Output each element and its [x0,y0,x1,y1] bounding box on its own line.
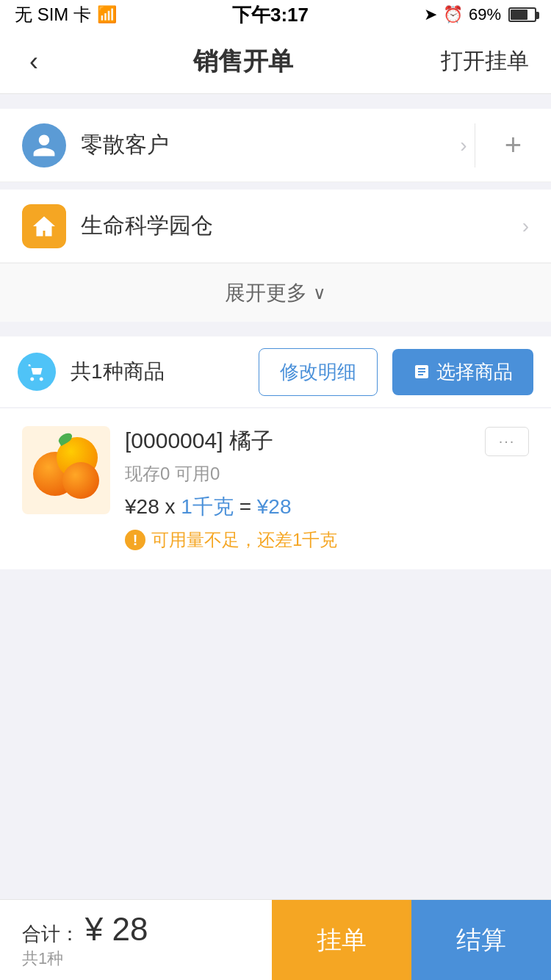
product-id: [0000004] [125,428,223,453]
checkout-button[interactable]: 结算 [411,900,551,981]
total-section: 合计： ¥ 28 共1种 [0,911,272,970]
product-name-row: [0000004] 橘子 ··· [125,426,529,456]
warehouse-icon [31,213,57,239]
warehouse-chevron: › [522,215,529,238]
total-count: 共1种 [22,948,250,970]
select-product-label: 选择商品 [436,359,513,385]
product-card: [0000004] 橘子 ··· 现存0 可用0 ¥28 x 1千克 = ¥28… [0,408,551,569]
product-info: [0000004] 橘子 ··· 现存0 可用0 ¥28 x 1千克 = ¥28… [125,426,529,552]
product-more-button[interactable]: ··· [485,427,529,456]
gray-fill-area [0,569,551,937]
total-price: ¥28 [257,495,292,518]
hold-button[interactable]: 挂单 [272,900,411,981]
warehouse-avatar [22,204,66,248]
bottom-bar: 合计： ¥ 28 共1种 挂单 结算 [0,899,551,980]
add-customer-button[interactable]: + [497,121,529,169]
warning-text: 可用量不足，还差1千克 [151,528,337,552]
carrier-text: 无 SIM 卡 [15,3,91,26]
nav-bar: ‹ 销售开单 打开挂单 [0,29,551,94]
alarm-icon: ⏰ [443,5,463,24]
expand-arrow-icon: ∨ [313,283,326,303]
product-name-text: 橘子 [229,428,273,453]
select-product-icon [413,363,431,381]
product-count-icon [18,353,56,391]
orange-3 [62,462,99,499]
person-icon [31,132,57,159]
warehouse-section: 生命科学园仓 › 展开更多 ∨ [0,190,551,322]
expand-label: 展开更多 [225,279,307,307]
product-price-row: ¥28 x 1千克 = ¥28 [125,493,529,521]
warning-row: 可用量不足，还差1千克 [125,528,529,552]
multiply-symbol: x [165,495,181,518]
divider-bottom [0,322,551,336]
divider-mid [0,182,551,190]
vertical-divider [475,123,475,167]
customer-label: 零散客户 [81,130,460,160]
expand-more-row[interactable]: 展开更多 ∨ [0,263,551,322]
customer-avatar [22,123,66,167]
product-count-text: 共1种商品 [71,358,244,386]
warehouse-label: 生命科学园仓 [81,211,522,241]
back-button[interactable]: ‹ [22,39,46,84]
battery-text: 69% [469,5,501,24]
orange-illustration [26,430,107,511]
wifi-icon: 📶 [97,5,117,24]
status-bar: 无 SIM 卡 📶 下午3:17 ➤ ⏰ 69% [0,0,551,29]
total-label: 合计： [22,923,79,945]
product-header: 共1种商品 修改明细 选择商品 [0,336,551,407]
product-name: [0000004] 橘子 [125,426,273,456]
customer-chevron: › [460,134,467,157]
warning-icon [125,530,145,550]
customer-row[interactable]: 零散客户 › + [0,109,551,182]
price-unit: ¥28 [125,495,159,518]
battery-icon [508,7,536,22]
status-right: ➤ ⏰ 69% [424,5,536,24]
select-product-button[interactable]: 选择商品 [392,349,533,395]
status-left: 无 SIM 卡 📶 [15,3,117,26]
product-stock: 现存0 可用0 [125,462,529,486]
total-amount: ¥ 28 [85,911,148,947]
page-title: 销售开单 [193,45,293,79]
product-image [22,426,110,514]
location-icon: ➤ [424,5,437,24]
cart-icon [26,361,48,383]
customer-section: 零散客户 › + [0,109,551,182]
product-card-inner: [0000004] 橘子 ··· 现存0 可用0 ¥28 x 1千克 = ¥28… [22,426,529,552]
divider-top [0,94,551,109]
quantity-highlight: 1千克 [181,495,234,518]
edit-detail-button[interactable]: 修改明细 [259,348,378,396]
time-display: 下午3:17 [232,2,309,28]
equals-symbol: = [240,495,257,518]
open-hold-button[interactable]: 打开挂单 [441,46,529,76]
warehouse-row[interactable]: 生命科学园仓 › [0,190,551,263]
total-label-row: 合计： ¥ 28 [22,911,250,948]
